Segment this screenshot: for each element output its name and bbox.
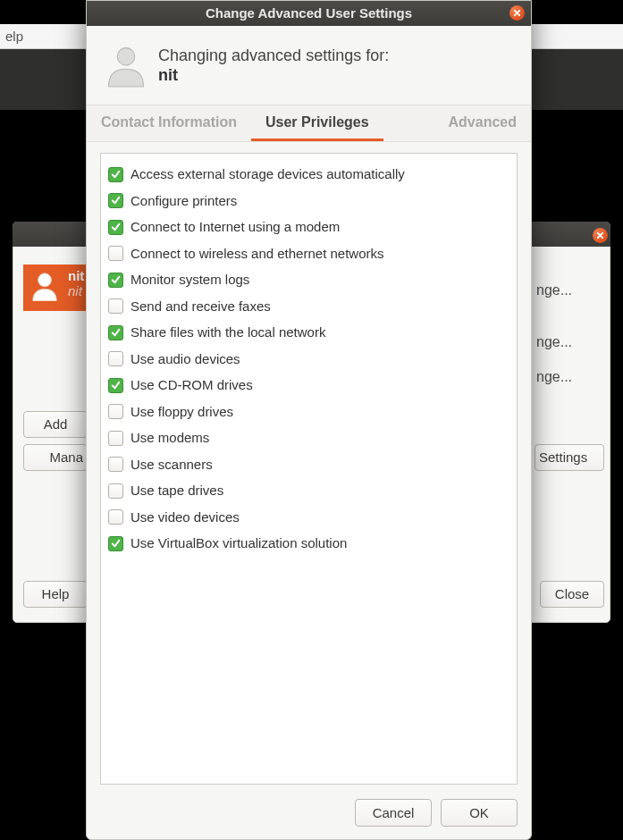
checkbox-icon[interactable]: [108, 246, 123, 261]
checkbox-icon[interactable]: [108, 220, 123, 235]
checkbox-icon[interactable]: [108, 431, 123, 446]
privilege-label: Send and receive faxes: [130, 295, 271, 318]
privilege-label: Use scanners: [130, 453, 213, 476]
dialog-actions: Cancel OK: [87, 790, 531, 839]
privilege-row[interactable]: Monitor system logs: [106, 266, 511, 293]
privilege-label: Use floppy drives: [130, 400, 233, 424]
bg-manage-button[interactable]: Mana: [23, 444, 88, 471]
privilege-row[interactable]: Send and receive faxes: [106, 293, 511, 320]
bg-change-link-2[interactable]: nge...: [536, 334, 572, 350]
tab-user-privileges[interactable]: User Privileges: [251, 105, 383, 141]
checkbox-icon[interactable]: [108, 536, 123, 551]
checkbox-icon[interactable]: [108, 457, 123, 472]
checkbox-icon[interactable]: [108, 378, 123, 393]
privilege-label: Connect to wireless and ethernet network…: [130, 242, 383, 265]
dialog-title: Change Advanced User Settings: [206, 5, 412, 21]
privileges-pane: Access external storage devices automati…: [100, 153, 518, 785]
privilege-row[interactable]: Use tape drives: [106, 477, 511, 504]
bg-add-button[interactable]: Add: [23, 411, 88, 438]
privilege-row[interactable]: Use modems: [106, 424, 511, 451]
privilege-row[interactable]: Use CD-ROM drives: [106, 372, 511, 399]
privilege-label: Use modems: [130, 426, 209, 449]
privilege-label: Connect to Internet using a modem: [130, 215, 340, 239]
checkbox-icon[interactable]: [108, 167, 123, 182]
bg-help-button[interactable]: Help: [23, 581, 88, 608]
privilege-label: Use audio devices: [130, 348, 240, 371]
checkbox-icon[interactable]: [108, 483, 123, 499]
bg-help-menu-fragment[interactable]: elp: [5, 29, 23, 44]
privilege-row[interactable]: Use VirtualBox virtualization solution: [106, 530, 511, 557]
cancel-button[interactable]: Cancel: [355, 799, 432, 827]
tab-bar: Contact Information User Privileges Adva…: [87, 105, 531, 142]
privilege-row[interactable]: Use audio devices: [106, 346, 511, 373]
privilege-row[interactable]: Access external storage devices automati…: [106, 161, 511, 188]
privilege-row[interactable]: Share files with the local network: [106, 319, 511, 346]
checkbox-icon[interactable]: [108, 298, 123, 314]
tab-advanced[interactable]: Advanced: [434, 105, 531, 141]
checkbox-icon[interactable]: [108, 404, 123, 419]
checkbox-icon[interactable]: [108, 273, 123, 288]
privilege-row[interactable]: Configure printers: [106, 188, 511, 214]
bg-settings-button[interactable]: Settings: [535, 444, 604, 471]
bg-change-link-1[interactable]: nge...: [536, 282, 572, 298]
checkbox-icon[interactable]: [108, 325, 123, 340]
dialog-titlebar: Change Advanced User Settings: [87, 1, 531, 26]
ok-button[interactable]: OK: [441, 799, 518, 827]
privilege-label: Use CD-ROM drives: [130, 374, 253, 397]
advanced-settings-dialog: Change Advanced User Settings Changing a…: [86, 0, 532, 840]
dialog-subtitle: Changing advanced settings for:: [158, 46, 389, 66]
privilege-row[interactable]: Connect to Internet using a modem: [106, 214, 511, 240]
close-icon[interactable]: [509, 5, 525, 21]
bg-change-link-3[interactable]: nge...: [536, 369, 572, 385]
privilege-label: Access external storage devices automati…: [130, 163, 405, 186]
bg-close-icon[interactable]: [593, 228, 608, 243]
checkbox-icon[interactable]: [108, 509, 123, 525]
checkbox-icon[interactable]: [108, 351, 123, 366]
user-avatar-icon: [103, 42, 149, 88]
privilege-label: Use VirtualBox virtualization solution: [130, 532, 347, 555]
tab-contact-information[interactable]: Contact Information: [87, 105, 251, 141]
bg-close-button[interactable]: Close: [540, 581, 604, 608]
dialog-header: Changing advanced settings for: nit: [87, 26, 531, 105]
privilege-row[interactable]: Use video devices: [106, 504, 511, 531]
dialog-username: nit: [158, 66, 389, 85]
bg-avatar-icon: [27, 268, 63, 304]
svg-point-1: [117, 48, 135, 66]
privilege-label: Use tape drives: [130, 479, 223, 502]
svg-point-0: [38, 273, 52, 287]
privilege-row[interactable]: Use floppy drives: [106, 399, 511, 425]
checkbox-icon[interactable]: [108, 193, 123, 208]
privilege-row[interactable]: Connect to wireless and ethernet network…: [106, 240, 511, 267]
privilege-label: Configure printers: [130, 189, 237, 213]
privilege-row[interactable]: Use scanners: [106, 451, 511, 478]
privilege-label: Use video devices: [130, 506, 240, 529]
privilege-label: Monitor system logs: [130, 268, 249, 291]
privilege-label: Share files with the local network: [130, 321, 325, 344]
